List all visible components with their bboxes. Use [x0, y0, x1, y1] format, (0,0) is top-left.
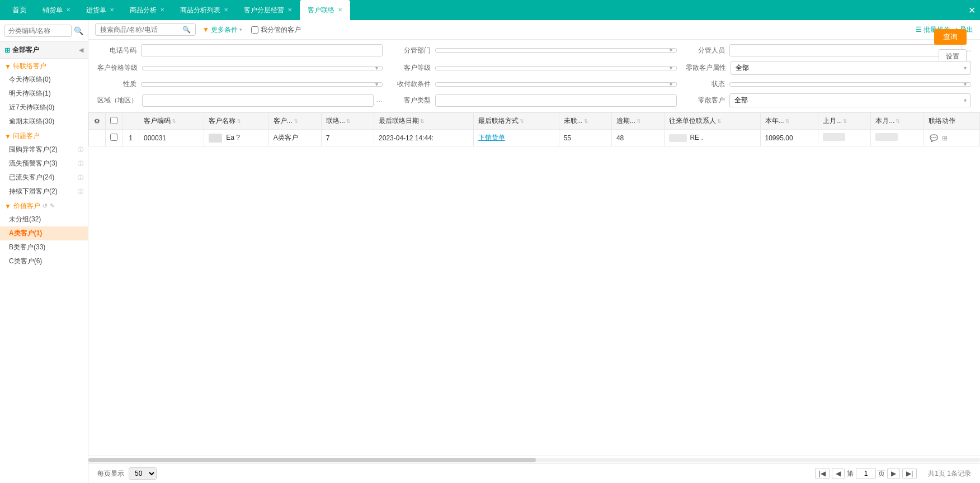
th-this-month[interactable]: 本月...⇅	[871, 113, 924, 130]
sort-icon: ⇅	[843, 119, 847, 124]
person-input[interactable]	[729, 44, 962, 56]
th-level[interactable]: 客户...⇅	[268, 113, 321, 130]
filter-row-customer-level: 客户等级 ▼	[392, 61, 677, 75]
nav-tab-purchase[interactable]: 进货单 ✕	[78, 0, 122, 20]
region-ellipsis-icon[interactable]: ···	[376, 96, 383, 105]
sidebar-item-b-class[interactable]: B类客户(33)	[0, 240, 88, 254]
row-last-method[interactable]: 下销货单	[473, 130, 559, 146]
close-icon[interactable]: ✕	[224, 0, 228, 20]
more-filters-button[interactable]: ▼ 更多条件 ▾	[202, 25, 242, 35]
th-name[interactable]: 客户名称⇅	[204, 113, 268, 130]
th-contact[interactable]: 联络...⇅	[321, 113, 374, 130]
dept-select[interactable]	[435, 48, 677, 53]
payment-select[interactable]	[435, 82, 677, 87]
page-input[interactable]	[856, 468, 876, 479]
nav-tab-customer-contact[interactable]: 客户联络 ✕	[300, 0, 350, 20]
refresh-icon[interactable]: ↺	[43, 202, 48, 210]
sidebar-item-churned[interactable]: 已流失客户(24) ⓘ	[0, 171, 88, 184]
my-customers-checkbox[interactable]	[251, 26, 258, 34]
search-icon[interactable]: 🔍	[182, 26, 191, 34]
customer-type-input[interactable]	[435, 94, 677, 107]
last-page-button[interactable]: ▶|	[902, 468, 917, 479]
customer-table: ⚙ 客户编码⇅ 客户名称⇅ 客户...⇅	[88, 112, 980, 146]
row-overdue: 48	[611, 130, 664, 146]
scrollbar-thumb[interactable]	[88, 458, 536, 462]
nature-select[interactable]	[141, 82, 383, 87]
top-nav: 首页 销货单 ✕ 进货单 ✕ 商品分析 ✕ 商品分析列表 ✕ 客户分层经营 ✕ …	[0, 0, 980, 20]
row-checkbox[interactable]	[110, 134, 117, 141]
prev-page-button[interactable]: ◀	[832, 468, 845, 479]
nav-tab-analysis-list[interactable]: 商品分析列表 ✕	[172, 0, 236, 20]
sidebar-item-today[interactable]: 今天待联络(0)	[0, 73, 88, 87]
filter-row-customer-type: 客户类型	[392, 93, 677, 107]
sort-icon: ⇅	[420, 119, 425, 124]
close-icon[interactable]: ✕	[288, 0, 292, 20]
per-page-select[interactable]: 50 100 200	[129, 467, 157, 480]
horizontal-scrollbar[interactable]	[88, 456, 980, 463]
sidebar-search-input[interactable]	[4, 25, 72, 37]
th-overdue[interactable]: 逾期...⇅	[611, 113, 664, 130]
th-last-date[interactable]: 最后联络日期⇅	[374, 113, 474, 130]
th-unit-contact[interactable]: 往来单位联系人⇅	[665, 113, 760, 130]
all-customers-title: ⊞ 全部客户	[4, 45, 39, 55]
payment-wrapper: ▼	[435, 82, 677, 87]
select-all-checkbox[interactable]	[110, 117, 117, 124]
sidebar-item-tomorrow[interactable]: 明天待联络(1)	[0, 87, 88, 101]
sidebar-item-overdue[interactable]: 逾期未联络(30)	[0, 115, 88, 129]
retail-attr-select[interactable]: 全部	[731, 61, 971, 75]
sidebar-item-declining[interactable]: 持续下滑客户(2) ⓘ	[0, 184, 88, 198]
first-page-button[interactable]: |◀	[815, 468, 830, 479]
sidebar-item-a-class[interactable]: A类客户(1)	[0, 226, 88, 240]
sidebar-item-churn-warning[interactable]: 流失预警客户(3) ⓘ	[0, 157, 88, 171]
payment-label: 收付款条件	[392, 79, 431, 89]
customer-level-select[interactable]	[435, 66, 677, 70]
sidebar-collapse-icon[interactable]: ◀	[79, 46, 83, 54]
sidebar-item-7days[interactable]: 近7天待联络(0)	[0, 101, 88, 115]
row-contact: 7	[321, 130, 374, 146]
close-icon[interactable]: ✕	[338, 0, 342, 20]
sidebar-item-c-class[interactable]: C类客户(6)	[0, 254, 88, 268]
nature-label: 性质	[97, 79, 136, 89]
sidebar-item-ungrouped[interactable]: 未分组(32)	[0, 212, 88, 226]
row-code: 000031	[139, 130, 204, 146]
sort-icon: ⇅	[346, 119, 351, 124]
close-icon[interactable]: ✕	[160, 0, 164, 20]
status-select[interactable]	[729, 82, 971, 87]
customer-level-wrapper: ▼	[435, 66, 677, 70]
search-input[interactable]	[100, 26, 180, 34]
nav-tab-sales[interactable]: 销货单 ✕	[35, 0, 78, 20]
th-this-year[interactable]: 本年...⇅	[760, 113, 818, 130]
nav-home[interactable]: 首页	[4, 0, 35, 20]
nav-tab-analysis[interactable]: 商品分析 ✕	[122, 0, 172, 20]
last-month-placeholder	[823, 133, 845, 141]
content-area: 🔍 ▼ 更多条件 ▾ 我分管的客户 ☰ 批量操作 ↑ 导出	[88, 20, 980, 483]
sidebar-item-hoarding[interactable]: 囤购异常客户(2) ⓘ	[0, 143, 88, 157]
region-input[interactable]	[142, 94, 374, 107]
close-icon[interactable]: ✕	[110, 0, 114, 20]
price-level-select[interactable]	[142, 66, 383, 70]
window-close-button[interactable]: ✕	[968, 5, 976, 16]
close-icon[interactable]: ✕	[66, 0, 70, 20]
action-chat-icon[interactable]: 💬	[930, 134, 938, 142]
edit-icon[interactable]: ✎	[50, 202, 55, 210]
filter-row-phone: 电话号码	[97, 44, 383, 56]
nav-tab-customer-ops[interactable]: 客户分层经营 ✕	[236, 0, 300, 20]
next-page-button[interactable]: ▶	[887, 468, 900, 479]
sidebar-search-icon[interactable]: 🔍	[74, 26, 83, 35]
sort-icon: ⇅	[637, 119, 641, 124]
row-no-contact: 55	[559, 130, 611, 146]
th-code[interactable]: 客户编码⇅	[139, 113, 204, 130]
th-last-method[interactable]: 最后联络方式⇅	[473, 113, 559, 130]
th-last-month[interactable]: 上月...⇅	[818, 113, 871, 130]
retail-customer-select[interactable]: 全部	[729, 93, 971, 107]
query-button[interactable]: 查询	[934, 29, 967, 45]
filter-dropdown-icon: ▾	[239, 27, 242, 32]
th-no-contact[interactable]: 未联...⇅	[559, 113, 611, 130]
th-gear[interactable]: ⚙	[89, 113, 106, 130]
phone-input[interactable]	[141, 44, 383, 56]
action-qr-icon[interactable]: ⊞	[942, 134, 948, 142]
sort-icon: ⇅	[520, 119, 524, 124]
search-box: 🔍	[95, 23, 196, 36]
pagination: |◀ ◀ 第 页 ▶ ▶| 共1页 1条记录	[815, 468, 971, 479]
status-label: 状态	[686, 79, 725, 89]
